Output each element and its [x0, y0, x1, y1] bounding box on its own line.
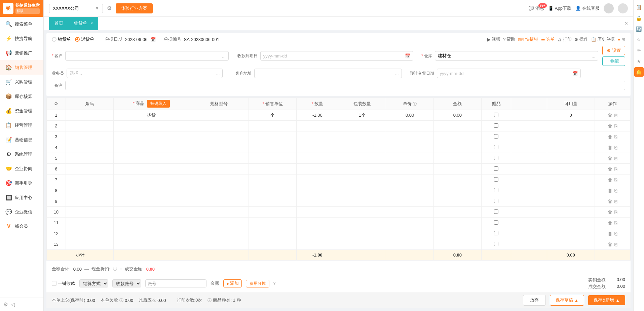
delete-icon[interactable]: 🗑 — [608, 177, 612, 183]
warehouse-input[interactable]: 建材仓 ... — [435, 51, 598, 61]
window-close-icon[interactable]: × — [625, 21, 628, 27]
sidebar-item-nav[interactable]: ⚡ 快捷导航 — [0, 31, 43, 46]
sidebar-item-enterprise[interactable]: 🤝 企业协同 — [0, 161, 43, 176]
right-panel-alert-icon[interactable]: 🔔 — [634, 67, 644, 77]
customer-addr-input[interactable]: ... — [254, 69, 402, 78]
copy-icon[interactable]: ⎘ — [614, 177, 617, 183]
right-panel-notes-icon[interactable]: 📋 — [634, 3, 644, 12]
notes-input[interactable] — [65, 81, 625, 90]
right-panel-lock-icon[interactable]: 🔒 — [634, 13, 644, 23]
expected-calendar-icon[interactable]: 📅 — [572, 71, 578, 76]
radio-sales-order[interactable]: 销货单 — [52, 36, 71, 42]
settings-gear-icon[interactable]: ⚙ — [3, 301, 8, 308]
message-item[interactable]: 💬 消息 99+ — [529, 5, 544, 11]
sidebar-item-member[interactable]: V 畅会员 — [0, 219, 43, 233]
delete-icon[interactable]: 🗑 — [608, 134, 612, 140]
sidebar-item-inventory[interactable]: 📦 库存核算 — [0, 89, 43, 104]
header-gear-icon[interactable]: ⚙ — [107, 5, 112, 11]
tab-close-icon[interactable]: × — [90, 21, 93, 26]
delete-icon[interactable]: 🗑 — [608, 123, 612, 129]
add-payment-button[interactable]: ● 添加 — [223, 279, 242, 287]
row-gift-1[interactable] — [481, 110, 511, 121]
delete-icon[interactable]: 🗑 — [608, 231, 612, 236]
expense-button[interactable]: 费用分摊 — [246, 280, 269, 287]
calendar-icon[interactable]: 📅 — [150, 37, 156, 42]
logistics-button[interactable]: + 物流 — [602, 56, 625, 66]
account-number-input[interactable] — [145, 279, 206, 287]
due-date-input[interactable]: yyyy-mm-dd 📅 — [260, 51, 414, 61]
copy-icon[interactable]: ⎘ — [614, 188, 617, 193]
copy-icon[interactable]: ⎘ — [614, 199, 617, 204]
right-panel-favorite-icon[interactable]: ★ — [634, 56, 644, 66]
one-click-checkbox[interactable] — [52, 281, 56, 286]
save-draft-button[interactable]: 保存草稿 ▲ — [550, 295, 584, 306]
sidebar-item-search[interactable]: 🔍 搜索菜单 — [0, 17, 43, 31]
scan-button[interactable]: 扫码录入 — [147, 100, 170, 108]
tab-home[interactable]: 首页 — [49, 17, 69, 30]
delete-icon[interactable]: 🗑 — [608, 156, 612, 161]
list-view-icon[interactable]: ≡ — [617, 37, 620, 42]
salesman-input[interactable]: 选择... ... — [67, 69, 223, 78]
row-spec-1[interactable] — [189, 110, 249, 121]
right-panel-refresh-icon[interactable]: 🔄 — [634, 24, 644, 34]
operation-action[interactable]: ⚙ 操作 — [574, 36, 588, 42]
row-price-1[interactable]: 0.00 — [386, 110, 434, 121]
copy-icon[interactable]: ⎘ — [614, 209, 617, 215]
help-action[interactable]: ? 帮助 — [503, 36, 515, 42]
delete-icon-1[interactable]: 🗑 — [608, 113, 612, 118]
row-qty-1[interactable]: -1.00 — [297, 110, 338, 121]
row-unit-1[interactable]: 个 — [249, 110, 297, 121]
th-gear[interactable]: ⚙ — [47, 98, 66, 110]
print-action[interactable]: 🖨 打印 — [558, 36, 572, 42]
row-product-1[interactable]: 拣货 — [113, 110, 189, 121]
sidebar-item-basic-info[interactable]: 📝 基础信息 — [0, 132, 43, 147]
delete-icon[interactable]: 🗑 — [608, 242, 612, 247]
sidebar-item-wechat[interactable]: 💬 企业微信 — [0, 205, 43, 219]
delete-icon[interactable]: 🗑 — [608, 188, 612, 193]
online-service-item[interactable]: 👤 在线客服 — [575, 5, 600, 11]
save-new-button[interactable]: 保存&新增 ▲ — [588, 295, 625, 305]
sidebar-item-system[interactable]: ⚙ 系统管理 — [0, 147, 43, 161]
company-selector[interactable]: XXXXXX公司 ▼ — [49, 4, 103, 13]
sidebar-item-guide[interactable]: 🎯 新手引导 — [0, 176, 43, 190]
account-select[interactable]: 收款账号 — [112, 279, 141, 287]
discount-info-icon[interactable]: ⓘ — [113, 266, 117, 272]
copy-icon[interactable]: ⎘ — [614, 156, 617, 161]
calc-method-select[interactable]: 结算方式 — [79, 279, 108, 287]
avatar-2[interactable] — [618, 3, 628, 13]
one-click-payment[interactable]: 一键收款 — [52, 280, 75, 286]
delete-icon[interactable]: 🗑 — [608, 166, 612, 172]
copy-icon[interactable]: ⎘ — [614, 231, 617, 236]
sidebar-item-operations[interactable]: 📋 经营管理 — [0, 118, 43, 132]
sidebar-item-marketing[interactable]: 📢 营销推广 — [0, 46, 43, 60]
row-pkg-1[interactable]: 1个 — [338, 110, 386, 121]
right-panel-edit-icon[interactable]: ✏ — [634, 46, 644, 55]
customer-input[interactable]: ... — [65, 51, 229, 61]
sidebar-item-purchase[interactable]: 🛒 采购管理 — [0, 75, 43, 89]
discard-button[interactable]: 放弃 — [523, 295, 546, 306]
copy-icon[interactable]: ⎘ — [614, 220, 617, 226]
avatar[interactable] — [604, 3, 614, 13]
sidebar-item-sales[interactable]: 🏠 销售管理 — [0, 60, 43, 75]
delete-icon[interactable]: 🗑 — [608, 209, 612, 215]
sidebar-item-finance[interactable]: 💰 资金管理 — [0, 104, 43, 118]
debt-info-icon[interactable]: ⓘ — [119, 298, 123, 303]
tab-sales-order[interactable]: 销货单 × — [69, 17, 98, 30]
copy-icon-1[interactable]: ⎘ — [614, 113, 617, 118]
grid-view-icon[interactable]: ⊞ — [621, 37, 625, 42]
sidebar-item-app-center[interactable]: 🔲 应用中心 — [0, 190, 43, 205]
product-type-icon[interactable]: ⓘ — [207, 298, 212, 303]
copy-icon[interactable]: ⎘ — [614, 242, 617, 247]
copy-icon[interactable]: ⎘ — [614, 145, 617, 150]
radio-return-order[interactable]: 退货单 — [75, 36, 94, 42]
app-download-item[interactable]: 📱 App下载 — [548, 5, 571, 11]
delete-icon[interactable]: 🗑 — [608, 145, 612, 150]
delete-icon[interactable]: 🗑 — [608, 199, 612, 204]
setting-button[interactable]: ⚙ 设置 — [602, 46, 625, 55]
copy-icon[interactable]: ⎘ — [614, 123, 617, 129]
video-action[interactable]: ▶ 视频 — [487, 36, 500, 42]
select-order-action[interactable]: ☰ 选单 — [541, 36, 555, 42]
row-amount-1[interactable]: 0.00 — [433, 110, 481, 121]
row-barcode-1[interactable] — [66, 110, 113, 121]
right-panel-star-icon[interactable]: ☆ — [634, 35, 644, 44]
